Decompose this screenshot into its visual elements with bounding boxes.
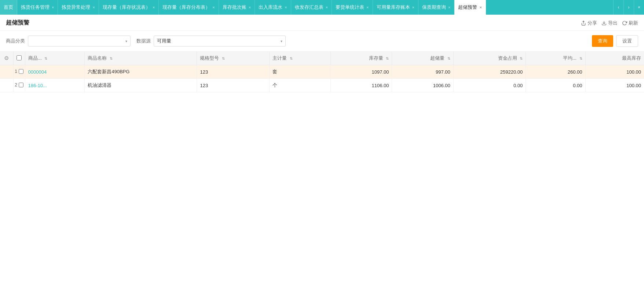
nav-stock-dist[interactable]: 现存量（库存分布表） ×	[159, 0, 219, 15]
page-title: 超储预警	[6, 19, 29, 27]
nav-task-mgmt[interactable]: 拣货任务管理 ×	[17, 0, 58, 15]
row-gear-cell	[0, 65, 13, 79]
top-navigation: 首页 拣货任务管理 × 拣货异常处理 × 现存量（库存状况表） × 现存量（库存…	[0, 0, 644, 15]
row-unit: 个	[270, 79, 331, 92]
nav-available[interactable]: 可用量库存账本 ×	[373, 0, 418, 15]
select-all-checkbox[interactable]	[17, 55, 22, 60]
nav-next-button[interactable]: ›	[623, 0, 634, 15]
export-button[interactable]: 导出	[601, 20, 618, 26]
refresh-button[interactable]: 刷新	[622, 20, 638, 26]
close-icon[interactable]: ×	[153, 5, 155, 10]
row-spec: 123	[197, 79, 270, 92]
close-icon[interactable]: ×	[92, 5, 95, 10]
nav-batch[interactable]: 库存批次账 ×	[219, 0, 255, 15]
col-checkbox[interactable]	[13, 52, 25, 65]
row-overstock: 1006.00	[392, 79, 453, 92]
sort-icon: ⇅	[110, 56, 113, 60]
category-filter-group: 商品分类 ▾	[6, 36, 131, 47]
row-name: 六配套新昌490BPG	[85, 65, 197, 79]
nav-stock-status[interactable]: 现存量（库存状况表） ×	[99, 0, 159, 15]
query-button[interactable]: 查询	[592, 35, 613, 47]
export-icon	[601, 21, 607, 26]
close-icon[interactable]: ×	[52, 5, 54, 10]
sort-icon: ⇅	[386, 56, 389, 60]
datasource-select[interactable]: 可用量 ▾	[154, 36, 286, 47]
col-name[interactable]: 商品名称 ⇅	[85, 52, 197, 65]
col-capital[interactable]: 资金占用 ⇅	[453, 52, 526, 65]
nav-order-stats[interactable]: 要货单统计表 ×	[332, 0, 373, 15]
nav-home[interactable]: 首页	[0, 0, 17, 15]
col-spec[interactable]: 规格型号 ⇅	[197, 52, 270, 65]
close-icon[interactable]: ×	[448, 5, 450, 10]
col-unit[interactable]: 主计量 ⇅	[270, 52, 331, 65]
sort-icon: ⇅	[290, 56, 293, 60]
sort-icon: ⇅	[447, 56, 450, 60]
nav-close-all-button[interactable]: ×	[634, 0, 644, 15]
row-num-and-checkbox: 1	[14, 65, 25, 77]
col-code[interactable]: 商品... ⇅	[25, 52, 85, 65]
row-avg: 0.00	[526, 79, 585, 92]
table-header-row: ⚙ 商品... ⇅ 商品名称 ⇅ 规格型号 ⇅	[0, 52, 644, 65]
chevron-down-icon: ▾	[281, 39, 282, 43]
close-icon[interactable]: ×	[366, 5, 369, 10]
filter-area: 商品分类 ▾ 数据源 可用量 ▾ 查询 设置	[0, 31, 644, 52]
refresh-icon	[622, 21, 627, 26]
nav-arrows: ‹ › ×	[613, 0, 644, 15]
close-icon[interactable]: ×	[249, 5, 251, 10]
row-checkbox[interactable]	[19, 82, 23, 88]
sort-icon: ⇅	[520, 56, 523, 60]
datasource-label: 数据源	[136, 38, 151, 44]
row-avg: 260.00	[526, 65, 585, 79]
row-capital: 259220.00	[453, 65, 526, 79]
close-icon[interactable]: ×	[212, 5, 215, 10]
sort-icon: ⇅	[579, 56, 582, 60]
filter-actions: 查询 设置	[592, 35, 638, 47]
row-stock: 1106.00	[331, 79, 392, 92]
row-max-stock: 100.00	[585, 65, 644, 79]
category-label: 商品分类	[6, 38, 25, 44]
page-header: 超储预警 分享 导出 刷新	[0, 15, 644, 31]
sort-icon: ⇅	[44, 56, 47, 60]
sort-icon: ⇅	[222, 56, 225, 60]
nav-summary[interactable]: 收发存汇总表 ×	[291, 0, 332, 15]
table-row: 2 186-10... 机油滤清器 123 个 1106.00 1006.00 …	[0, 79, 644, 92]
col-stock[interactable]: 库存量 ⇅	[331, 52, 392, 65]
row-number: 1	[15, 68, 17, 74]
nav-prev-button[interactable]: ‹	[613, 0, 623, 15]
row-capital: 0.00	[453, 79, 526, 92]
row-number: 2	[15, 82, 17, 88]
main-content: 超储预警 分享 导出 刷新 商品分类 ▾ 数据源	[0, 15, 644, 293]
nav-shelf-life[interactable]: 保质期查询 ×	[418, 0, 454, 15]
row-num-and-checkbox: 2	[14, 79, 25, 91]
row-name: 机油滤清器	[85, 79, 197, 92]
table-body: 1 0000004 六配套新昌490BPG 123 套 1097.00 997.…	[0, 65, 644, 92]
row-gear-cell	[0, 79, 13, 92]
row-stock: 1097.00	[331, 65, 392, 79]
category-select[interactable]: ▾	[28, 36, 131, 47]
header-actions: 分享 导出 刷新	[581, 20, 638, 26]
nav-overstock[interactable]: 超储预警 ×	[454, 0, 486, 15]
nav-flow[interactable]: 出入库流水 ×	[255, 0, 291, 15]
row-code: 186-10...	[25, 79, 85, 92]
close-icon[interactable]: ×	[412, 5, 414, 10]
share-button[interactable]: 分享	[581, 20, 597, 26]
row-spec: 123	[197, 65, 270, 79]
close-icon[interactable]: ×	[326, 5, 328, 10]
share-icon	[581, 21, 586, 26]
col-avg[interactable]: 平均... ⇅	[526, 52, 585, 65]
gear-icon[interactable]: ⚙	[4, 55, 9, 62]
col-max-stock[interactable]: 最高库存	[585, 52, 644, 65]
row-max-stock: 100.00	[585, 79, 644, 92]
row-unit: 套	[270, 65, 331, 79]
col-overstock[interactable]: 超储量 ⇅	[392, 52, 453, 65]
row-code: 0000004	[25, 65, 85, 79]
settings-button[interactable]: 设置	[616, 35, 638, 47]
datasource-filter-group: 数据源 可用量 ▾	[136, 36, 286, 47]
table-container: ⚙ 商品... ⇅ 商品名称 ⇅ 规格型号 ⇅	[0, 52, 644, 92]
chevron-down-icon: ▾	[125, 39, 127, 43]
row-checkbox[interactable]	[19, 69, 23, 74]
table-row: 1 0000004 六配套新昌490BPG 123 套 1097.00 997.…	[0, 65, 644, 79]
close-icon[interactable]: ×	[285, 5, 287, 10]
close-icon[interactable]: ×	[479, 5, 482, 10]
nav-abnormal[interactable]: 拣货异常处理 ×	[58, 0, 99, 15]
